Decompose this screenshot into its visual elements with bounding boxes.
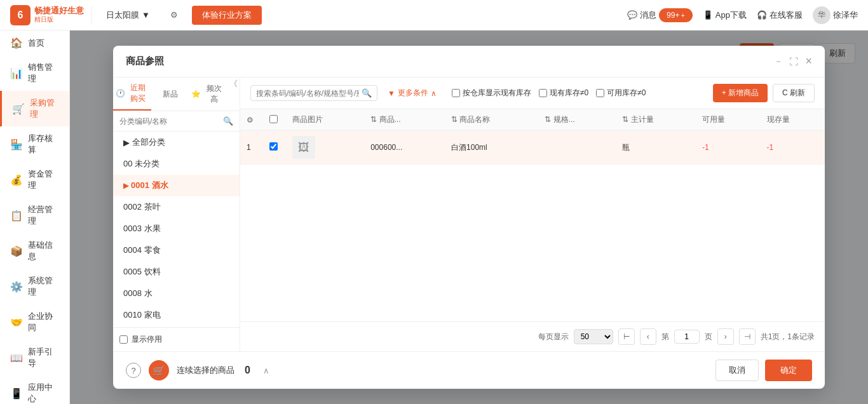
th-stock: 现存量 (761, 109, 825, 131)
company-name: 日太阳膜 (106, 10, 139, 21)
prev-page-button[interactable]: ‹ (640, 328, 656, 345)
cell-stock: -1 (761, 131, 825, 165)
show-disabled-label[interactable]: 显示停用 (132, 334, 162, 345)
sidebar-item-home[interactable]: 🏠 首页 (0, 30, 69, 55)
category-search-bar: 🔍 (113, 111, 240, 131)
confirm-button[interactable]: 确定 (765, 360, 812, 381)
row-checkbox[interactable] (269, 142, 278, 151)
logo-sub: 精日版 (34, 15, 84, 24)
stock-label[interactable]: 现有库存≠0 (550, 88, 588, 98)
username: 徐泽华 (833, 10, 858, 21)
available-checkbox[interactable] (596, 89, 604, 97)
cell-checkbox (263, 131, 286, 165)
help-icon[interactable]: ? (126, 363, 141, 378)
cat-item-all[interactable]: ▶ 全部分类 (113, 131, 240, 153)
cat-item-snacks[interactable]: 0004 零食 (113, 239, 240, 261)
tab-recent-purchase[interactable]: 🕐 近期购买 (113, 77, 151, 111)
show-disabled-checkbox[interactable] (119, 335, 128, 344)
finance-icon: 💰 (10, 174, 23, 186)
sidebar-label: 基础信息 (28, 239, 59, 262)
search-icon[interactable]: 🔍 (362, 88, 372, 98)
available-label[interactable]: 可用库存≠0 (607, 88, 646, 98)
sort-icon: ⇅ (622, 115, 628, 124)
sidebar: 🏠 首页 📊 销售管理 🛒 采购管理 🏪 库存核算 💰 资金管理 📋 经营管理 … (0, 30, 70, 404)
cancel-button[interactable]: 取消 (715, 360, 759, 381)
checkbox-stock[interactable]: 现有库存≠0 (539, 88, 588, 98)
category-search-icon[interactable]: 🔍 (223, 116, 233, 126)
per-page-label: 每页显示 (538, 332, 569, 342)
cat-item-fruit[interactable]: 0003 水果 (113, 218, 240, 239)
sidebar-label: 首页 (28, 37, 44, 49)
last-page-button[interactable]: ⊣ (739, 328, 756, 345)
filter-button[interactable]: ▼ 更多条件 ∧ (383, 85, 442, 101)
sidebar-item-basic-info[interactable]: 📦 基础信息 (0, 233, 69, 269)
select-all-checkbox[interactable] (269, 115, 278, 123)
tab-frequent[interactable]: ⭐ 频次高 (189, 77, 227, 111)
sidebar-item-system[interactable]: ⚙️ 系统管理 (0, 269, 69, 304)
arrow-icon: ▶ (123, 138, 130, 147)
sidebar-item-sales[interactable]: 📊 销售管理 (0, 55, 69, 91)
checkbox-warehouse[interactable]: 按仓库显示现有库存 (452, 88, 531, 98)
cat-item-liquor[interactable]: ▶ 0001 酒水 (113, 175, 240, 196)
warehouse-checkbox[interactable] (452, 89, 460, 97)
trial-button[interactable]: 体验行业方案 (192, 6, 262, 25)
sidebar-item-purchase[interactable]: 🛒 采购管理 (0, 91, 69, 126)
modal-overlay: 商品参照 － ⛶ × 🕐 近期购买 (70, 30, 868, 404)
app-download-button[interactable]: 📱 App下载 (703, 10, 747, 21)
column-settings-icon[interactable]: ⚙ (247, 116, 254, 125)
sidebar-item-app-center[interactable]: 📱 应用中心 (0, 375, 69, 404)
star-icon: ⭐ (191, 90, 201, 98)
cart-icon[interactable]: 🛒 (149, 360, 169, 380)
checkbox-available[interactable]: 可用库存≠0 (596, 88, 646, 98)
maximize-icon[interactable]: ⛶ (787, 55, 800, 68)
cat-item-uncategorized[interactable]: 00 未分类 (113, 153, 240, 175)
navbar-right: 💬 消息 99++ 📱 App下载 🎧 在线客服 华 徐泽华 (627, 6, 858, 24)
table-row[interactable]: 1 🖼 000600... 白酒100ml (240, 131, 825, 165)
sidebar-label: 企业协同 (28, 311, 59, 333)
minimize-icon[interactable]: － (772, 55, 785, 68)
cat-item-tea[interactable]: 0002 茶叶 (113, 196, 240, 218)
sort-icon: ⇅ (370, 115, 377, 124)
th-name: ⇅ 商品名称 (445, 109, 538, 131)
home-icon: 🏠 (10, 37, 23, 49)
product-search-input[interactable] (256, 89, 359, 98)
tab-new-products[interactable]: 新品 (151, 77, 189, 111)
settings-icon[interactable]: ⚙ (164, 5, 184, 25)
collapse-cart-icon[interactable]: ∧ (263, 366, 269, 375)
next-page-button[interactable]: › (717, 328, 734, 345)
cell-unit: 瓶 (616, 131, 696, 165)
selected-label: 连续选择的商品 (177, 365, 234, 376)
per-page-select[interactable]: 50 (574, 329, 613, 344)
th-image: 商品图片 (286, 109, 364, 131)
close-button[interactable]: × (805, 55, 812, 68)
product-search-box: 🔍 (250, 85, 377, 101)
messages-button[interactable]: 💬 消息 99++ (627, 8, 693, 22)
company-selector[interactable]: 日太阳膜 ▼ (100, 7, 156, 24)
modal-title: 商品参照 (126, 55, 164, 67)
modal-body: 🕐 近期购买 新品 ⭐ 频次高 《 (113, 77, 825, 351)
user-profile[interactable]: 华 徐泽华 (813, 6, 858, 24)
warehouse-label[interactable]: 按仓库显示现有库存 (463, 88, 531, 98)
sidebar-item-operations[interactable]: 📋 经营管理 (0, 198, 69, 233)
page-label: 页 (705, 332, 712, 342)
online-service-button[interactable]: 🎧 在线客服 (757, 10, 803, 21)
phone-icon: 📱 (703, 10, 713, 20)
headset-icon: 🎧 (757, 10, 767, 20)
stock-checkbox[interactable] (539, 89, 547, 97)
category-search-input[interactable] (119, 117, 219, 126)
cat-item-water[interactable]: 0008 水 (113, 283, 240, 304)
refresh-button[interactable]: C 刷新 (773, 84, 815, 102)
product-table: ⚙ 商品图片 ⇅ 商品... (240, 109, 825, 321)
th-code: ⇅ 商品... (364, 109, 445, 131)
product-reference-modal: 商品参照 － ⛶ × 🕐 近期购买 (113, 46, 825, 389)
add-product-button[interactable]: + 新增商品 (713, 84, 768, 102)
sidebar-item-finance[interactable]: 💰 资金管理 (0, 162, 69, 198)
sidebar-item-guide[interactable]: 📖 新手引导 (0, 340, 69, 375)
cat-item-drinks[interactable]: 0005 饮料 (113, 261, 240, 283)
page-number-input[interactable] (674, 330, 700, 344)
sidebar-item-enterprise[interactable]: 🤝 企业协同 (0, 304, 69, 340)
cat-item-appliance[interactable]: 0010 家电 (113, 304, 240, 326)
first-page-button[interactable]: ⊢ (618, 328, 635, 345)
collapse-panel-button[interactable]: 《 (227, 77, 240, 90)
sidebar-item-inventory[interactable]: 🏪 库存核算 (0, 126, 69, 162)
